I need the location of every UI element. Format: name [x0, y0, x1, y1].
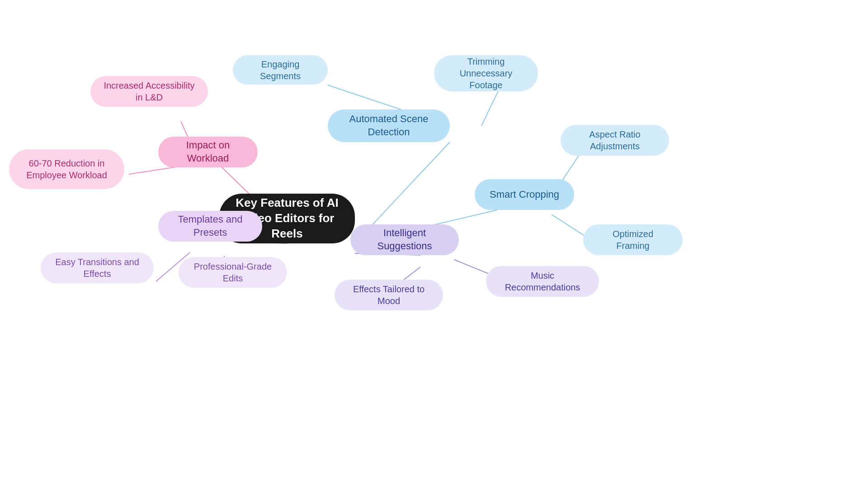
templates-presets-node: Templates and Presets [158, 211, 262, 242]
automated-scene-node: Automated Scene Detection [328, 109, 450, 142]
impact-workload-node: Impact on Workload [158, 137, 258, 167]
trimming-footage-node: Trimming Unnecessary Footage [434, 55, 538, 91]
svg-line-2 [481, 88, 500, 126]
professional-grade-node: Professional-Grade Edits [179, 257, 287, 288]
smart-cropping-node: Smart Cropping [475, 179, 574, 210]
easy-transitions-node: Easy Transitions and Effects [41, 252, 154, 283]
reduction-workload-node: 60-70 Reduction in Employee Workload [9, 149, 124, 189]
effects-mood-node: Effects Tailored to Mood [335, 280, 443, 310]
aspect-ratio-node: Aspect Ratio Adjustments [561, 125, 669, 156]
engaging-segments-node: Engaging Segments [233, 55, 328, 85]
increased-accessibility-node: Increased Accessibility in L&D [90, 76, 208, 107]
intelligent-suggestions-node: Intelligent Suggestions [350, 224, 459, 255]
svg-line-14 [129, 167, 176, 174]
music-recommendations-node: Music Recommendations [486, 266, 599, 297]
optimized-framing-node: Optimized Framing [583, 224, 683, 255]
